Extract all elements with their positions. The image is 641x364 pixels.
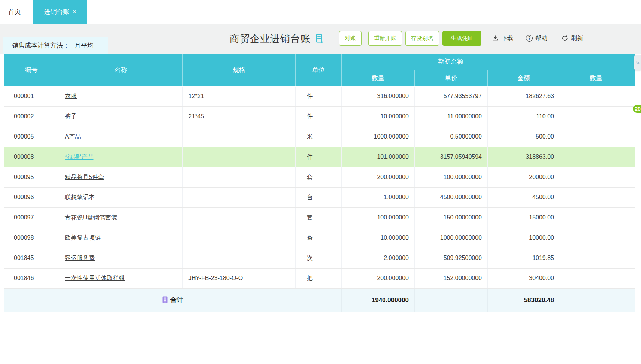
cell-code: 000098 bbox=[4, 228, 59, 248]
download-button[interactable]: 下载 bbox=[492, 34, 513, 42]
cell-name: 青花瓷U盘钢笔套装 bbox=[59, 207, 183, 228]
expand-columns-button[interactable]: » bbox=[634, 55, 641, 70]
cost-method-box: 销售成本计算方法： 月平均 bbox=[3, 37, 108, 54]
table-row[interactable]: 000095精品茶具5件套套200.000000100.000000002000… bbox=[4, 167, 635, 187]
page-title: 商贸企业进销台账 bbox=[230, 24, 325, 54]
cell-unit: 次 bbox=[296, 248, 342, 268]
table-header: 编号 名称 规格 单位 期初余额 数量 单价 金额 数量 bbox=[4, 54, 635, 86]
cell-qty-2 bbox=[560, 147, 632, 167]
item-name-link[interactable]: 联想笔记本 bbox=[65, 194, 95, 200]
table-row[interactable]: 000001衣服12*21件316.000000577.935537971826… bbox=[4, 86, 635, 106]
cell-unit: 件 bbox=[296, 86, 342, 106]
table-row[interactable]: 000008*视频*产品件101.0000003157.059405943188… bbox=[4, 147, 635, 167]
cell-price: 152.00000000 bbox=[415, 268, 488, 288]
cell-qty-2 bbox=[560, 248, 632, 268]
item-name-link[interactable]: A产品 bbox=[65, 133, 81, 140]
refresh-button[interactable]: 刷新 bbox=[562, 34, 583, 42]
cell-price: 11.00000000 bbox=[415, 106, 488, 127]
cell-spec bbox=[183, 187, 296, 207]
item-name-link[interactable]: 精品茶具5件套 bbox=[65, 174, 104, 180]
cell-code: 000095 bbox=[4, 167, 59, 187]
generate-voucher-button[interactable]: 生成凭证 bbox=[442, 31, 481, 46]
table-row[interactable]: 001846一次性使用活体取样钳JHY-FB-23-180-O-O把200.00… bbox=[4, 268, 635, 288]
cell-amount: 4500.00 bbox=[488, 187, 560, 207]
cell-next bbox=[632, 228, 635, 248]
page-title-text: 商贸企业进销台账 bbox=[230, 32, 311, 45]
cell-price: 577.93553797 bbox=[415, 86, 488, 106]
cell-unit: 条 bbox=[296, 228, 342, 248]
cell-unit: 套 bbox=[296, 167, 342, 187]
item-name-link[interactable]: 客运服务费 bbox=[65, 255, 95, 261]
total-amount: 583020.48 bbox=[488, 288, 560, 312]
cell-qty: 1.000000 bbox=[342, 187, 415, 207]
header-amount: 金额 bbox=[488, 70, 560, 86]
header-price: 单价 bbox=[415, 70, 488, 86]
cell-amount: 318863.00 bbox=[488, 147, 560, 167]
table-row[interactable]: 000005A产品米1000.0000000.50000000500.00 bbox=[4, 127, 635, 147]
cell-spec: JHY-FB-23-180-O-O bbox=[183, 268, 296, 288]
cell-spec bbox=[183, 167, 296, 187]
table-row[interactable]: 000097青花瓷U盘钢笔套装套100.000000150.0000000015… bbox=[4, 207, 635, 228]
cell-name: A产品 bbox=[59, 127, 183, 147]
header-group-opening-balance: 期初余额 bbox=[342, 54, 560, 70]
cell-next bbox=[632, 147, 635, 167]
document-icon[interactable] bbox=[315, 34, 325, 44]
reconcile-button[interactable]: 对账 bbox=[339, 31, 362, 46]
calculator-icon bbox=[162, 296, 168, 303]
tab-ledger[interactable]: 进销台账 × bbox=[33, 0, 87, 24]
reopen-books-button[interactable]: 重新开账 bbox=[368, 31, 402, 46]
tab-bar: 首页 进销台账 × bbox=[0, 0, 641, 24]
ledger-table: 编号 名称 规格 单位 期初余额 数量 单价 金额 数量 000001衣服12*… bbox=[4, 54, 635, 312]
table-row[interactable]: 001845客运服务费次2.000000509.925000001019.85 bbox=[4, 248, 635, 268]
cell-qty-2 bbox=[560, 86, 632, 106]
cell-next bbox=[632, 248, 635, 268]
item-name-link[interactable]: 一次性使用活体取样钳 bbox=[65, 275, 125, 281]
help-button[interactable]: ? 帮助 bbox=[526, 34, 547, 42]
cell-next bbox=[632, 167, 635, 187]
table-body: 000001衣服12*21件316.000000577.935537971826… bbox=[4, 86, 635, 288]
header-spec: 规格 bbox=[183, 54, 296, 86]
cell-name: 一次性使用活体取样钳 bbox=[59, 268, 183, 288]
cell-name: *视频*产品 bbox=[59, 147, 183, 167]
cell-price: 150.00000000 bbox=[415, 207, 488, 228]
count-badge: 20 bbox=[633, 105, 641, 113]
item-name-link[interactable]: 欧美复古项链 bbox=[65, 234, 101, 241]
table-row[interactable]: 000098欧美复古项链条10.0000001000.0000000010000… bbox=[4, 228, 635, 248]
item-name-link[interactable]: *视频*产品 bbox=[65, 154, 93, 160]
tab-close-icon[interactable]: × bbox=[73, 9, 76, 15]
item-name-link[interactable]: 青花瓷U盘钢笔套装 bbox=[65, 214, 117, 221]
cell-qty: 10.000000 bbox=[342, 106, 415, 127]
table-row[interactable]: 000096联想笔记本台1.0000004500.000000004500.00 bbox=[4, 187, 635, 207]
table-footer: 合计 1940.000000 583020.48 bbox=[4, 288, 635, 312]
cost-method-label: 销售成本计算方法： bbox=[12, 41, 69, 50]
cell-price: 3157.05940594 bbox=[415, 147, 488, 167]
header-qty: 数量 bbox=[342, 70, 415, 86]
cell-code: 000008 bbox=[4, 147, 59, 167]
cell-next bbox=[632, 86, 635, 106]
cell-price: 0.50000000 bbox=[415, 127, 488, 147]
cell-unit: 台 bbox=[296, 187, 342, 207]
cell-code: 000005 bbox=[4, 127, 59, 147]
cell-spec bbox=[183, 228, 296, 248]
item-name-link[interactable]: 衣服 bbox=[65, 93, 77, 99]
chevron-right-icon: » bbox=[636, 58, 640, 67]
cell-price: 100.00000000 bbox=[415, 167, 488, 187]
header-next-sliver bbox=[632, 70, 635, 86]
table-row[interactable]: 000002裤子21*45件10.00000011.00000000110.00 bbox=[4, 106, 635, 127]
cell-name: 欧美复古项链 bbox=[59, 228, 183, 248]
header-qty-2: 数量 bbox=[560, 70, 632, 86]
cost-method-value: 月平均 bbox=[75, 41, 94, 50]
cell-name: 裤子 bbox=[59, 106, 183, 127]
cell-code: 001845 bbox=[4, 248, 59, 268]
cell-amount: 30400.00 bbox=[488, 268, 560, 288]
cell-next bbox=[632, 207, 635, 228]
cell-code: 000097 bbox=[4, 207, 59, 228]
cell-spec bbox=[183, 207, 296, 228]
cell-amount: 1019.85 bbox=[488, 248, 560, 268]
refresh-label: 刷新 bbox=[571, 34, 583, 42]
total-sliver bbox=[632, 288, 635, 312]
item-name-link[interactable]: 裤子 bbox=[65, 113, 77, 119]
inventory-alias-button[interactable]: 存货别名 bbox=[405, 31, 439, 46]
tab-home[interactable]: 首页 bbox=[3, 0, 26, 24]
cell-price: 4500.00000000 bbox=[415, 187, 488, 207]
